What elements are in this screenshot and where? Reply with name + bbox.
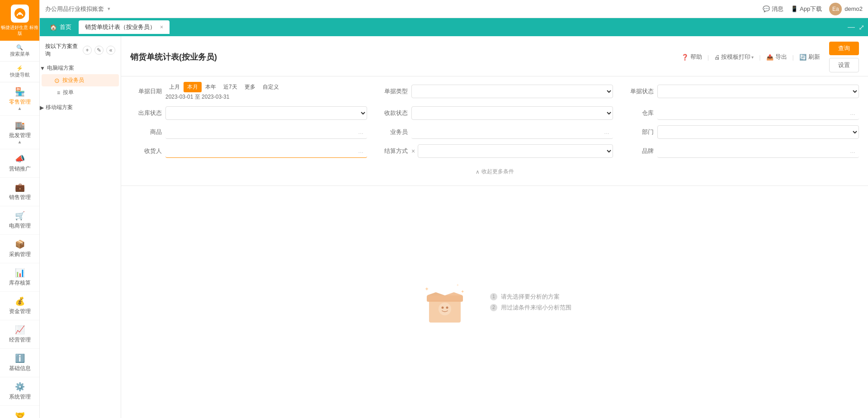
tab-close-btn[interactable]: ×: [160, 24, 163, 30]
app-download-btn[interactable]: 📱 App下载: [791, 5, 822, 13]
payment-method-label: 结算方式: [376, 147, 408, 155]
date-this-year-btn[interactable]: 本年: [202, 82, 220, 92]
enterprise-icon: 🤝: [15, 410, 25, 418]
salesperson-input[interactable]: [411, 125, 613, 139]
empty-steps: 1 请先选择要分析的方案 2 用过滤条件来缩小分析范围: [490, 293, 571, 312]
refresh-btn[interactable]: 🔄 刷新: [799, 53, 820, 61]
date-more-btn[interactable]: 更多: [241, 82, 259, 92]
tree-group-desktop[interactable]: ▼ 电脑端方案: [40, 62, 121, 74]
step1-text: 请先选择要分析的方案: [501, 293, 560, 301]
right-panel: 销货单统计表(按业务员) ❓ 帮助 | 🖨 按模板打印 ▾ |: [121, 36, 868, 418]
operation-label: 经营管理: [9, 336, 31, 344]
tree-section-mobile: ▶ 移动端方案: [40, 100, 121, 115]
add-scheme-btn[interactable]: +: [83, 46, 92, 55]
avatar: Ea: [829, 3, 842, 15]
receiver-input[interactable]: [165, 144, 367, 158]
edit-scheme-btn[interactable]: ✎: [94, 46, 104, 55]
filter-cell-goods: 商品 …: [130, 125, 367, 139]
content-area: ✦ ✦ ✦ 1 请先选择要分析的方案 2: [121, 186, 868, 418]
warehouse-dots[interactable]: …: [850, 110, 855, 116]
empty-step-1: 1 请先选择要分析的方案: [490, 293, 571, 301]
empty-step-2: 2 用过滤条件来缩小分析范围: [490, 304, 571, 312]
wholesale-icon: 🏬: [15, 120, 25, 130]
goods-input[interactable]: [165, 125, 367, 139]
warehouse-control: …: [657, 106, 859, 120]
collapse-panel-btn[interactable]: «: [106, 46, 115, 55]
empty-svg: ✦ ✦ ✦: [418, 275, 472, 329]
breadcrumb-dropdown[interactable]: ▾: [108, 6, 110, 12]
salesperson-scheme-label: 按业务员: [62, 76, 84, 84]
payment-method-clear-btn[interactable]: ×: [411, 147, 415, 155]
tree-item-salesperson[interactable]: ⊙ 按业务员: [42, 74, 119, 86]
basic-label: 基础信息: [9, 365, 31, 372]
search-label: 搜索菜单: [2, 51, 38, 57]
retail-arrow: ▲: [18, 106, 22, 111]
quick-nav[interactable]: ⚡ 快捷导航: [0, 62, 39, 82]
shipstatus-select[interactable]: [165, 106, 367, 120]
logo-text: 畅捷进好生意 标推版: [0, 24, 39, 36]
sidebar-item-sales[interactable]: 💼 销售管理: [0, 178, 39, 206]
sidebar-item-ecommerce[interactable]: 🛒 电商管理: [0, 206, 39, 235]
filter-cell-receiver: 收货人 …: [130, 144, 367, 158]
collapse-label: 收起更多条件: [481, 168, 514, 176]
date-range: 2023-03-01 至 2023-03-31: [165, 93, 367, 101]
sidebar-item-inventory[interactable]: 📊 库存核算: [0, 263, 39, 292]
sidebar-item-wholesale[interactable]: 🏬 批发管理 ▲: [0, 116, 39, 149]
date-7days-btn[interactable]: 近7天: [220, 82, 241, 92]
doctype-control: [411, 85, 613, 98]
date-last-month-btn[interactable]: 上月: [165, 82, 184, 92]
sidebar-search[interactable]: 🔍 搜索菜单: [0, 41, 39, 62]
brand-input[interactable]: [657, 144, 859, 158]
purchase-label: 采购管理: [9, 251, 31, 258]
warehouse-input[interactable]: [657, 106, 859, 120]
filter-cell-docstatus: 单据状态: [622, 82, 859, 101]
help-btn[interactable]: ❓ 帮助: [681, 53, 702, 61]
print-btn[interactable]: 🖨 按模板打印 ▾: [714, 53, 754, 61]
tab-active[interactable]: 销货单统计表（按业务员） ×: [79, 20, 170, 34]
sidebar-item-basic[interactable]: ℹ️ 基础信息: [0, 349, 39, 377]
date-filter-row: 上月 本月 本年 近7天 更多 自定义: [165, 82, 367, 92]
date-custom-btn[interactable]: 自定义: [259, 82, 283, 92]
shipstatus-label: 出库状态: [130, 109, 162, 117]
sidebar-item-enterprise[interactable]: 🤝 企业协同: [0, 406, 39, 418]
collapse-btn[interactable]: ∧ 收起更多条件: [473, 165, 517, 178]
sidebar-item-purchase[interactable]: 📦 采购管理: [0, 235, 39, 263]
sidebar-item-operation[interactable]: 📈 经营管理: [0, 320, 39, 349]
tree-group-mobile[interactable]: ▶ 移动端方案: [40, 102, 121, 113]
query-button[interactable]: 查询: [829, 42, 859, 55]
user-area[interactable]: Ea demo2: [829, 3, 863, 15]
tab-maximize-btn[interactable]: ⤢: [859, 23, 864, 32]
settings-button[interactable]: 设置: [829, 58, 859, 72]
message-icon: 💬: [763, 5, 770, 12]
salesperson-dots[interactable]: …: [604, 129, 609, 135]
sidebar: 畅捷进好生意 标推版 🔍 搜索菜单 ⚡ 快捷导航 🏪 零售管理 ▲ 🏬 批发管理…: [0, 0, 40, 418]
payment-method-control: ×: [411, 144, 613, 158]
goods-dots[interactable]: …: [358, 129, 363, 135]
app-logo[interactable]: 畅捷进好生意 标推版: [0, 0, 39, 41]
sidebar-item-finance[interactable]: 💰 资金管理: [0, 292, 39, 320]
mobile-arrow: ▶: [40, 104, 44, 111]
receiver-dots[interactable]: …: [358, 148, 363, 154]
system-icon: ⚙️: [15, 382, 25, 392]
doctype-select[interactable]: [411, 85, 613, 98]
export-btn[interactable]: 📤 导出: [766, 53, 787, 61]
payment-status-select[interactable]: [411, 106, 613, 120]
tab-home[interactable]: 🏠 首页: [43, 20, 78, 34]
sidebar-item-retail[interactable]: 🏪 零售管理 ▲: [0, 82, 39, 116]
sidebar-item-marketing[interactable]: 📣 营销推广: [0, 149, 39, 178]
tree-sub-item-order[interactable]: ≡ 按单: [40, 87, 121, 98]
tab-minimize-btn[interactable]: —: [848, 23, 855, 31]
date-this-month-btn[interactable]: 本月: [184, 82, 202, 92]
filter-cell-shipstatus: 出库状态: [130, 106, 367, 120]
main-area: 办公用品行业模拟账套 ▾ 💬 消息 📱 App下载 Ea demo2 🏠 首页: [40, 0, 868, 418]
app-download-label: App下载: [800, 5, 822, 13]
docstatus-control: [657, 85, 859, 98]
docstatus-select[interactable]: [657, 85, 859, 98]
sidebar-item-system[interactable]: ⚙️ 系统管理: [0, 377, 39, 406]
payment-method-select[interactable]: [418, 144, 613, 158]
download-icon: 📱: [791, 5, 798, 12]
department-select[interactable]: [657, 125, 859, 139]
brand-dots[interactable]: …: [850, 148, 855, 154]
message-btn[interactable]: 💬 消息: [763, 5, 783, 13]
left-panel-title: 按以下方案查询: [45, 43, 83, 58]
